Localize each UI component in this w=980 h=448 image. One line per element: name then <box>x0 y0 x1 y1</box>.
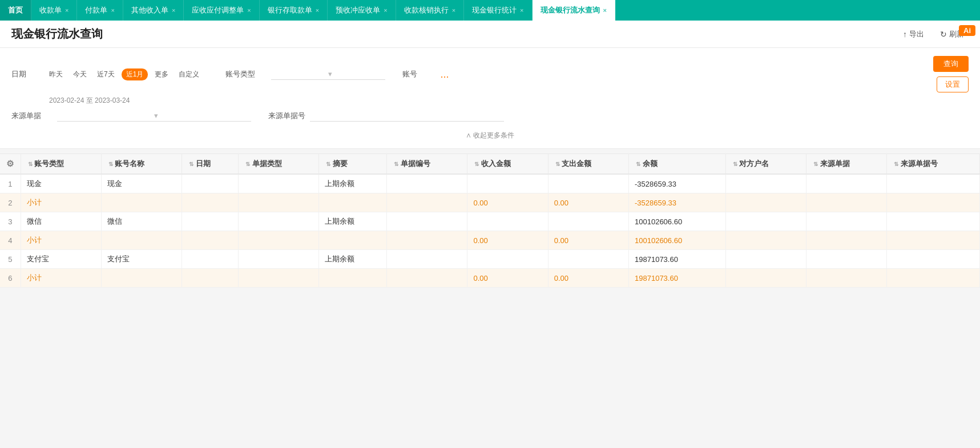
filter-row-2: 来源单据 ▾ 来源单据号 <box>11 110 969 122</box>
nav-tab-verification[interactable]: 收款核销执行 × <box>396 0 464 21</box>
close-icon[interactable]: × <box>316 7 319 14</box>
cell-doc-type <box>238 193 318 212</box>
table-row: 1现金现金上期余额-3528659.33 <box>0 174 980 193</box>
col-doc-no[interactable]: ⇅ 单据编号 <box>387 154 467 175</box>
account-type-select[interactable]: ▾ <box>271 68 385 80</box>
source-doc-select[interactable]: ▾ <box>57 110 251 122</box>
date-label: 日期 <box>11 69 46 79</box>
source-doc-no-input[interactable] <box>310 110 504 122</box>
nav-tab-adjustment[interactable]: 应收应付调整单 × <box>184 0 259 21</box>
row-num: 5 <box>0 250 21 269</box>
cell-expense <box>548 250 628 269</box>
cell-balance: 100102606.60 <box>629 231 726 250</box>
yesterday-btn[interactable]: 昨天 <box>46 68 66 80</box>
cell-doc-no <box>387 231 467 250</box>
cell-doc-no <box>387 174 467 193</box>
nav-tab-bank-deposit[interactable]: 银行存取款单 × <box>260 0 328 21</box>
nav-home[interactable]: 首页 <box>0 0 31 21</box>
collapse-bar[interactable]: ∧ 收起更多条件 <box>11 127 969 143</box>
cell-account-type: 小计 <box>21 269 101 288</box>
cell-source-doc-no <box>887 269 980 288</box>
cell-income <box>467 212 548 231</box>
gear-icon[interactable]: ⚙ <box>6 159 14 168</box>
more-date-btn[interactable]: 更多 <box>151 68 172 80</box>
table-header-row: ⚙ ⇅ 账号类型 ⇅ 账号名称 ⇅ 日期 ⇅ 单据类型 ⇅ 摘要 ⇅ 单据编号 … <box>0 154 980 175</box>
col-doc-type[interactable]: ⇅ 单据类型 <box>238 154 318 175</box>
col-gear[interactable]: ⚙ <box>0 154 21 175</box>
export-button[interactable]: ↑ 导出 <box>898 27 929 42</box>
sort-icon: ⇅ <box>813 161 818 167</box>
cell-doc-type <box>238 250 318 269</box>
col-summary[interactable]: ⇅ 摘要 <box>319 154 387 175</box>
table-row: 3微信微信上期余额100102606.60 <box>0 212 980 231</box>
cell-account-type: 小计 <box>21 231 101 250</box>
close-icon[interactable]: × <box>111 7 114 14</box>
col-source-doc[interactable]: ⇅ 来源单据 <box>806 154 887 175</box>
settings-button[interactable]: 设置 <box>937 76 969 92</box>
cell-account-type: 支付宝 <box>21 250 101 269</box>
last7days-btn[interactable]: 近7天 <box>94 68 118 80</box>
cell-counterparty <box>725 193 806 212</box>
col-source-doc-no[interactable]: ⇅ 来源单据号 <box>887 154 980 175</box>
col-account-name[interactable]: ⇅ 账号名称 <box>101 154 182 175</box>
col-date[interactable]: ⇅ 日期 <box>182 154 239 175</box>
date-range-display: 2023-02-24 至 2023-03-24 <box>49 96 130 104</box>
cell-date <box>182 193 239 212</box>
cell-income <box>467 250 548 269</box>
chevron-down-icon: ▾ <box>328 70 383 78</box>
col-income[interactable]: ⇅ 收入金额 <box>467 154 548 175</box>
nav-tab-shoukuan[interactable]: 收款单 × <box>31 0 77 21</box>
close-icon[interactable]: × <box>520 7 523 14</box>
cell-source-doc-no <box>887 212 980 231</box>
query-button[interactable]: 查询 <box>933 56 969 72</box>
filter-row-1: 日期 昨天 今天 近7天 近1月 更多 自定义 账号类型 ▾ 账号 ... 查询… <box>11 56 969 92</box>
header-actions: ↑ 导出 ↻ 刷新 <box>898 27 969 42</box>
col-counterparty[interactable]: ⇅ 对方户名 <box>725 154 806 175</box>
source-doc-label: 来源单据 <box>11 111 46 121</box>
cell-date <box>182 174 239 193</box>
sort-icon: ⇅ <box>326 161 330 167</box>
cell-doc-no <box>387 250 467 269</box>
nav-tab-cash-bank-stats[interactable]: 现金银行统计 × <box>464 0 532 21</box>
table-row: 6小计0.000.0019871073.60 <box>0 269 980 288</box>
cell-counterparty <box>725 174 806 193</box>
cell-balance: -3528659.33 <box>629 174 726 193</box>
sort-icon: ⇅ <box>555 161 560 167</box>
col-balance[interactable]: ⇅ 余额 <box>629 154 726 175</box>
refresh-icon: ↻ <box>940 30 947 39</box>
close-icon[interactable]: × <box>603 7 607 14</box>
cell-doc-type <box>238 174 318 193</box>
cell-date <box>182 231 239 250</box>
custom-date-btn[interactable]: 自定义 <box>175 68 203 80</box>
last1month-btn[interactable]: 近1月 <box>122 68 148 80</box>
cell-expense <box>548 174 628 193</box>
row-num: 2 <box>0 193 21 212</box>
cell-date <box>182 269 239 288</box>
cell-counterparty <box>725 250 806 269</box>
col-expense[interactable]: ⇅ 支出金额 <box>548 154 628 175</box>
sort-icon: ⇅ <box>636 161 640 167</box>
today-btn[interactable]: 今天 <box>70 68 90 80</box>
cell-account-type: 现金 <box>21 174 101 193</box>
cell-doc-no <box>387 193 467 212</box>
cell-source-doc <box>806 174 887 193</box>
table-row: 5支付宝支付宝上期余额19871073.60 <box>0 250 980 269</box>
close-icon[interactable]: × <box>65 7 68 14</box>
cell-account-name <box>101 231 182 250</box>
col-account-type[interactable]: ⇅ 账号类型 <box>21 154 101 175</box>
nav-tab-prepay[interactable]: 预收冲应收单 × <box>328 0 396 21</box>
account-dots-button[interactable]: ... <box>437 68 452 80</box>
nav-tab-cash-bank-query[interactable]: 现金银行流水查询 × <box>533 0 615 21</box>
filter-area: 日期 昨天 今天 近7天 近1月 更多 自定义 账号类型 ▾ 账号 ... 查询… <box>0 48 980 149</box>
nav-tab-other-income[interactable]: 其他收入单 × <box>123 0 184 21</box>
cell-source-doc-no <box>887 231 980 250</box>
cell-source-doc <box>806 193 887 212</box>
close-icon[interactable]: × <box>452 7 455 14</box>
cell-counterparty <box>725 231 806 250</box>
nav-tab-fukuan[interactable]: 付款单 × <box>77 0 123 21</box>
close-icon[interactable]: × <box>172 7 175 14</box>
ai-badge[interactable]: Ai <box>959 25 975 36</box>
account-type-label: 账号类型 <box>225 69 260 79</box>
close-icon[interactable]: × <box>384 7 387 14</box>
close-icon[interactable]: × <box>247 7 251 14</box>
